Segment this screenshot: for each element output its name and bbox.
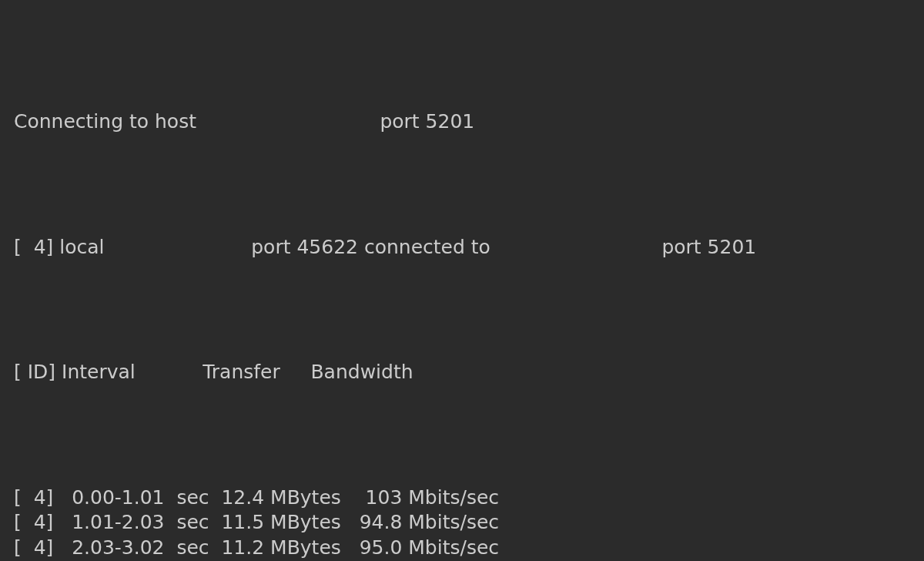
remote-port: 5201 xyxy=(708,236,757,258)
col-transfer-header: Transfer xyxy=(203,361,280,383)
interval-row: [ 4] 0.00-1.01 sec 12.4 MBytes 103 Mbits… xyxy=(14,485,910,511)
col-bandwidth-header: Bandwidth xyxy=(310,361,413,383)
row-id: [ 4] xyxy=(14,486,53,509)
row-transfer: 12.4 MBytes xyxy=(216,486,341,509)
local-port-label: port xyxy=(251,236,290,258)
local-port: 45622 xyxy=(296,236,358,258)
row-sec: sec xyxy=(176,511,209,533)
row-interval: 0.00-1.01 xyxy=(72,486,176,509)
connected-to-label: connected to xyxy=(364,236,490,258)
connecting-line: Connecting to host port 5201 xyxy=(14,109,910,135)
row-id: [ 4] xyxy=(14,536,53,559)
col-interval-header: Interval xyxy=(62,361,136,383)
row-sec: sec xyxy=(176,536,209,559)
column-header: [ ID] Interval Transfer Bandwidth xyxy=(14,360,910,385)
row-interval: 1.01-2.03 xyxy=(72,511,176,533)
local-line: [ 4] local port 45622 connected to port … xyxy=(14,235,910,260)
row-bandwidth: 95.0 Mbits/sec xyxy=(353,536,499,559)
row-interval: 2.03-3.02 xyxy=(72,536,176,559)
row-transfer: 11.2 MBytes xyxy=(216,536,341,559)
interval-row: [ 4] 1.01-2.03 sec 11.5 MBytes 94.8 Mbit… xyxy=(14,510,910,536)
row-id: [ 4] xyxy=(14,511,53,533)
row-bandwidth: 103 Mbits/sec xyxy=(353,486,499,509)
connecting-prefix: Connecting to host xyxy=(14,110,196,133)
terminal-output: Connecting to host port 5201 [ 4] local … xyxy=(0,0,924,561)
interval-row: [ 4] 2.03-3.02 sec 11.2 MBytes 95.0 Mbit… xyxy=(14,536,910,561)
row-transfer: 11.5 MBytes xyxy=(216,511,341,533)
row-bandwidth: 94.8 Mbits/sec xyxy=(353,511,499,533)
connecting-port-label: port xyxy=(380,110,419,133)
col-id-header: [ ID] xyxy=(14,361,55,383)
local-prefix: [ 4] local xyxy=(14,236,105,258)
connecting-port: 5201 xyxy=(426,110,475,133)
row-sec: sec xyxy=(176,486,209,509)
remote-port-label: port xyxy=(661,236,701,258)
interval-rows: [ 4] 0.00-1.01 sec 12.4 MBytes 103 Mbits… xyxy=(14,485,910,562)
